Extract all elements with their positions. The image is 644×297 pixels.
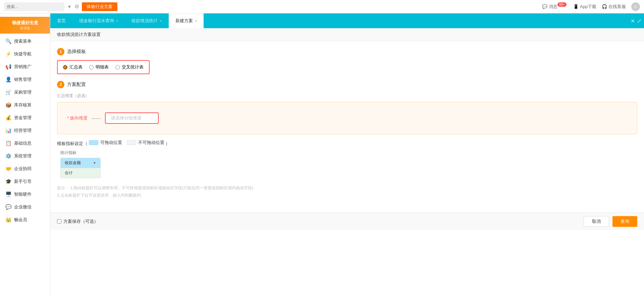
message-icon: 💬 bbox=[542, 4, 547, 9]
sidebar-item-search[interactable]: 🔍 搜索菜单 bbox=[0, 35, 50, 48]
sidebar-item-member[interactable]: 👑 畅会员 bbox=[0, 213, 50, 226]
save-plan-checkbox[interactable] bbox=[57, 219, 61, 224]
close-icon[interactable]: × bbox=[160, 19, 162, 23]
step1-num: 1 bbox=[57, 48, 64, 55]
radio-detail-input[interactable] bbox=[89, 65, 94, 69]
gear-icon[interactable]: ⚙ bbox=[74, 3, 79, 10]
radio-detail[interactable]: 明细表 bbox=[89, 64, 109, 70]
notification-item[interactable]: 💬 消息 99+ bbox=[542, 4, 568, 10]
tab-receipts[interactable]: 收款情况统计 × bbox=[125, 13, 168, 28]
tab-home[interactable]: 首页 bbox=[50, 13, 72, 28]
tab-bar: 首页 现金银行流水查询 × 收款情况统计 × 新建方案 × ✕ ⤢ bbox=[50, 13, 644, 28]
page-title: 收款情况统计方案设置 bbox=[57, 32, 101, 37]
megaphone-icon: 📢 bbox=[5, 64, 11, 70]
top-bar-right: 💬 消息 99+ 📱 App下载 🎧 在线客服 U bbox=[542, 2, 640, 11]
page-header: 收款情况统计方案设置 bbox=[50, 28, 644, 41]
sidebar-item-label: 畅会员 bbox=[14, 217, 27, 223]
step2-num: 2 bbox=[57, 81, 64, 88]
avatar[interactable]: U bbox=[631, 2, 640, 11]
tab-bar-right: ✕ ⤢ bbox=[631, 13, 644, 28]
hint-area: 提示： 1.拖动标题栏可以调整布局，不可跨维度或指标区域拖动目字段(只能在同一维… bbox=[57, 185, 637, 199]
graduation-icon: 🎓 bbox=[5, 179, 11, 185]
legend-group: 可拖动位置 不可拖动位置 bbox=[89, 140, 164, 146]
save-plan-checkbox-label[interactable]: 方案保存（可选） bbox=[57, 218, 98, 225]
close-icon[interactable]: × bbox=[116, 19, 118, 23]
cart-icon: 🛒 bbox=[5, 89, 11, 95]
headset-icon: 🎧 bbox=[602, 4, 607, 9]
step2-label: 方案配置 bbox=[67, 82, 86, 88]
bottom-bar: 方案保存（可选） 取消 查询 bbox=[50, 212, 644, 230]
dropdown-icon[interactable]: ▼ bbox=[67, 4, 72, 9]
radio-cross[interactable]: 交叉统计表 bbox=[115, 64, 144, 70]
chevron-down-icon[interactable]: ▼ bbox=[93, 161, 96, 165]
save-plan-label: 方案保存（可选） bbox=[63, 218, 98, 225]
tab-new-plan[interactable]: 新建方案 × bbox=[169, 13, 204, 28]
tab-label: 现金银行流水查询 bbox=[79, 18, 114, 24]
metric-header-row[interactable]: 收款金额 ▼ bbox=[61, 158, 100, 168]
metric-subtotal-row: 合计 bbox=[61, 168, 100, 178]
trial-button[interactable]: 体验行业方案 bbox=[82, 2, 117, 11]
sidebar-item-purchase[interactable]: 🛒 采购管理 bbox=[0, 86, 50, 99]
monitor-icon: 🖥️ bbox=[5, 191, 11, 197]
sidebar-item-label: 资金管理 bbox=[14, 115, 32, 121]
close-icon[interactable]: × bbox=[195, 19, 197, 23]
sidebar-item-label: 销售管理 bbox=[14, 77, 32, 83]
support-item[interactable]: 🎧 在线客服 bbox=[602, 4, 626, 10]
box-icon: 📦 bbox=[5, 102, 11, 108]
sidebar: 畅捷通好生意 标准版 🔍 搜索菜单 ⚡ 快捷导航 📢 营销推广 👤 销售管理 🛒 bbox=[0, 13, 50, 297]
maximize-button[interactable]: ⤢ bbox=[637, 18, 641, 24]
person-icon: 👤 bbox=[5, 77, 11, 83]
radio-summary-input[interactable] bbox=[63, 65, 67, 69]
sidebar-item-quick-nav[interactable]: ⚡ 快捷导航 bbox=[0, 48, 50, 60]
top-bar: ▼ ⚙ 体验行业方案 💬 消息 99+ 📱 App下载 🎧 在线客服 U bbox=[0, 0, 644, 13]
edition-text: 标准版 bbox=[20, 26, 30, 31]
sidebar-item-finance[interactable]: 💰 资金管理 bbox=[0, 111, 50, 124]
metric-table: 收款金额 ▼ 合计 bbox=[60, 158, 101, 178]
handshake-icon: 🤝 bbox=[5, 166, 11, 172]
hint-line-1: 提示： 1.拖动标题栏可以调整布局，不可跨维度或指标区域拖动目字段(只能在同一维… bbox=[57, 185, 637, 192]
step1-section: 1 选择模板 汇总表 明细表 bbox=[57, 48, 637, 74]
bottom-actions: 取消 查询 bbox=[584, 216, 637, 227]
query-button[interactable]: 查询 bbox=[612, 216, 637, 227]
search-icon: 🔍 bbox=[5, 38, 11, 44]
dim-arrow-icon: —— bbox=[92, 115, 101, 121]
wechat-icon: 💬 bbox=[5, 204, 11, 210]
sidebar-item-inventory[interactable]: 📦 库存核算 bbox=[0, 99, 50, 111]
settings-icon: ⚙️ bbox=[5, 153, 11, 159]
sidebar-item-base-info[interactable]: 📋 基础信息 bbox=[0, 137, 50, 150]
sidebar-item-label: 搜索菜单 bbox=[14, 38, 32, 44]
radio-summary[interactable]: 汇总表 bbox=[63, 64, 83, 70]
step1-label: 选择模板 bbox=[67, 49, 86, 55]
radio-cross-input[interactable] bbox=[115, 65, 120, 69]
sidebar-item-hardware[interactable]: 🖥️ 智能硬件 bbox=[0, 188, 50, 201]
dim-selector-vertical[interactable]: 请选择分组维度 bbox=[105, 112, 159, 124]
tab-cashflow[interactable]: 现金银行流水查询 × bbox=[72, 13, 125, 28]
search-input[interactable] bbox=[4, 2, 64, 11]
notification-badge: 99+ bbox=[557, 2, 567, 7]
sidebar-item-enterprise[interactable]: 🤝 企业协同 bbox=[0, 162, 50, 175]
step2-title: 2 方案配置 bbox=[57, 81, 637, 88]
cancel-button[interactable]: 取消 bbox=[584, 216, 609, 227]
sidebar-item-label: 企业协同 bbox=[14, 166, 32, 172]
radio-cross-label: 交叉统计表 bbox=[122, 64, 144, 70]
close-window-button[interactable]: ✕ bbox=[631, 18, 635, 24]
download-item[interactable]: 📱 App下载 bbox=[573, 4, 596, 10]
sidebar-item-label: 企业微信 bbox=[14, 204, 32, 210]
crown-icon: 👑 bbox=[5, 217, 11, 223]
content-area: 首页 现金银行流水查询 × 收款情况统计 × 新建方案 × ✕ ⤢ bbox=[50, 13, 644, 297]
sidebar-item-guide[interactable]: 🎓 新手引导 bbox=[0, 175, 50, 188]
download-icon: 📱 bbox=[573, 4, 579, 9]
sidebar-item-operations[interactable]: 📊 经营管理 bbox=[0, 124, 50, 137]
sidebar-item-weixin[interactable]: 💬 企业微信 bbox=[0, 201, 50, 213]
step1-title: 1 选择模板 bbox=[57, 48, 637, 55]
dim-vertical-label: * 纵向维度 bbox=[64, 115, 88, 121]
fixed-legend bbox=[127, 140, 136, 145]
metric-table-title: 统计指标 bbox=[60, 150, 637, 156]
dim-area: * 纵向维度 —— 请选择分组维度 bbox=[57, 102, 637, 134]
movable-legend bbox=[89, 140, 98, 145]
template-options: 汇总表 明细表 交叉统计表 bbox=[57, 60, 150, 74]
sidebar-item-system[interactable]: ⚙️ 系统管理 bbox=[0, 150, 50, 162]
dim-row-vertical: * 纵向维度 —— 请选择分组维度 bbox=[64, 112, 630, 124]
sidebar-item-sales[interactable]: 👤 销售管理 bbox=[0, 73, 50, 86]
sidebar-item-marketing[interactable]: 📢 营销推广 bbox=[0, 60, 50, 73]
